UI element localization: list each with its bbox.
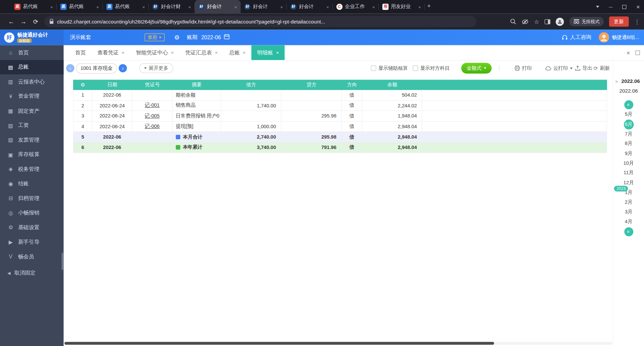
month-item[interactable]: 7月 (613, 129, 644, 139)
sidebar-item-inventory[interactable]: ▣库存核算 (0, 147, 64, 162)
horizontal-scrollbar-thumb[interactable] (64, 342, 494, 345)
voucher-link[interactable]: 记-005 (145, 112, 160, 119)
prev-account-button[interactable]: ‹ (66, 64, 74, 72)
browser-tab[interactable]: C企业工作× (333, 0, 379, 13)
show-aux-checkbox[interactable]: 显示辅助核算 (371, 65, 408, 72)
tab-close-icon[interactable]: × (171, 50, 174, 55)
browser-tab[interactable]: 好好会计× (287, 0, 333, 13)
refresh-button[interactable]: ⟳ 刷新 (593, 65, 610, 72)
browser-tab-active[interactable]: 好好会计× (195, 0, 240, 13)
period-value[interactable]: 2022-06 (201, 34, 221, 40)
fullscreen-icon[interactable] (635, 45, 640, 60)
next-account-button[interactable]: › (119, 64, 127, 72)
sidebar-item-settings[interactable]: ⚙基础设置 (0, 220, 64, 235)
page-tab-detail-ledger[interactable]: 明细账× (251, 45, 284, 60)
month-item-active[interactable]: 6月 (613, 119, 644, 129)
year-total-row[interactable]: 6 2022-06 本年累计 3,740.00 791.96 借 2,948.0… (73, 142, 607, 153)
disabled-badge[interactable]: 禁用 (145, 34, 165, 41)
checkbox[interactable] (413, 65, 418, 71)
month-item[interactable]: 5月 (613, 110, 644, 119)
cloud-print-button[interactable]: 云打印 (545, 65, 573, 72)
page-tab-general-ledger[interactable]: 总账× (223, 45, 251, 60)
sidebar-item-closing[interactable]: ◉结账 (0, 177, 64, 191)
browser-tab[interactable]: 易易代账× (11, 0, 57, 13)
month-total-row[interactable]: 5 2022-06 本月合计 2,740.00 295.98 借 2,948.0… (73, 132, 607, 142)
sidebar-item-payroll[interactable]: ▧工资 (0, 118, 64, 133)
voucher-link[interactable]: 记-006 (145, 123, 160, 130)
col-debit[interactable]: 借方 (221, 80, 281, 90)
tab-close-icon[interactable]: × (96, 4, 99, 9)
tab-close-icon[interactable]: × (326, 4, 329, 9)
expand-more-button[interactable]: 展开更多 (139, 63, 173, 73)
eye-off-icon[interactable] (522, 19, 529, 24)
user-name[interactable]: 畅捷通B组... (612, 34, 639, 41)
voucher-link[interactable]: 记-001 (145, 102, 160, 109)
unpin-sidebar-button[interactable]: ◀取消固定 (7, 269, 36, 277)
tab-list-chevron-icon[interactable] (596, 6, 599, 8)
month-item[interactable]: 3月 (613, 207, 644, 217)
export-button[interactable]: 导出 (575, 65, 592, 72)
table-row[interactable]: 3 2022-06-24 记-005 日常费用报销 用户0 295.98 借 1… (73, 111, 607, 121)
page-tab-voucher-summary[interactable]: 凭证汇总表× (179, 45, 223, 60)
tab-close-icon[interactable]: × (372, 4, 375, 9)
tab-close-icon[interactable]: × (189, 4, 191, 9)
window-close-button[interactable]: × (636, 3, 640, 10)
forward-icon[interactable]: → (17, 18, 30, 25)
month-item[interactable]: 10月 (613, 158, 644, 168)
browser-tab[interactable]: 易易代账× (103, 0, 149, 13)
sidebar-item-funds[interactable]: ¥资金管理 (0, 89, 64, 103)
sidebar-item-guide[interactable]: ▶新手引导 (0, 235, 64, 249)
browser-menu-icon[interactable]: ⋮ (634, 18, 640, 25)
browser-tab[interactable]: 好好会计× (241, 0, 287, 13)
col-summary[interactable]: 摘要 (172, 80, 221, 90)
col-date[interactable]: 日期 (93, 80, 132, 90)
browser-profile-avatar[interactable] (556, 17, 564, 26)
table-row[interactable]: 2 2022-06-24 记-001 销售商品 1,740.00 借 2,244… (73, 100, 607, 111)
col-direction[interactable]: 方向 (342, 80, 362, 90)
tab-close-icon[interactable]: × (121, 50, 124, 55)
sidebar-item-general-ledger[interactable]: ▤总账 (0, 60, 64, 74)
sidebar-item-home[interactable]: ⌂首页 (0, 45, 64, 60)
month-item[interactable]: 8月 (613, 139, 644, 149)
table-row[interactable]: 4 2022-06-24 记-006 提现[预] 1,000.00 借 2,94… (73, 121, 607, 132)
show-counter-checkbox[interactable]: 显示对方科目 (413, 65, 450, 72)
print-button[interactable]: 打印 (515, 65, 532, 72)
sidebar-item-reimburse[interactable]: ◎小畅报销 (0, 206, 64, 220)
page-tab-smart-voucher[interactable]: 智能凭证中心× (130, 45, 179, 60)
sidebar-item-tax[interactable]: ◈税务管理 (0, 162, 64, 176)
new-tab-button[interactable]: + (427, 2, 431, 9)
account-set-name[interactable]: 演示账套 (70, 34, 91, 41)
search-icon[interactable] (510, 18, 516, 24)
tab-close-icon[interactable]: × (234, 4, 237, 9)
settings-gear-icon[interactable]: ⚙ (174, 34, 179, 41)
sidebar-item-archive[interactable]: ⊟归档管理 (0, 191, 64, 205)
sidebar-item-cloud-reports[interactable]: ▥云报表中心 (0, 75, 64, 89)
tab-close-icon[interactable]: × (243, 50, 246, 55)
support-link[interactable]: 人工咨询 (562, 34, 591, 41)
user-avatar[interactable] (599, 32, 609, 43)
month-item[interactable]: 4月 (613, 217, 644, 227)
column-settings-gear-icon[interactable]: ⚙ (73, 80, 93, 90)
sidebar-scrollbar[interactable] (62, 253, 63, 270)
scroll-months-up-button[interactable]: « (624, 100, 633, 109)
update-button[interactable]: 更新 (609, 16, 629, 27)
url-field[interactable]: cloud2.chanjet.com/accounting/uh26t264j5… (44, 16, 476, 27)
browser-tab[interactable]: 用用友好业× (379, 0, 425, 13)
col-voucher[interactable]: 凭证号 (132, 80, 172, 90)
browser-tab[interactable]: 好好会计财× (149, 0, 195, 13)
tab-close-icon[interactable]: × (142, 4, 145, 9)
table-row[interactable]: 1 2022-06 期初余额 借 504.02 (73, 90, 607, 100)
tab-close-icon[interactable]: × (418, 4, 421, 9)
checkbox[interactable] (371, 65, 376, 71)
tab-close-icon[interactable]: × (280, 4, 283, 9)
minimize-button[interactable]: ─ (609, 4, 612, 10)
col-credit[interactable]: 贷方 (281, 80, 342, 90)
scroll-months-down-button[interactable]: » (624, 227, 633, 236)
tab-close-icon[interactable]: × (276, 50, 279, 55)
amount-style-button[interactable]: 金额式 (461, 63, 492, 73)
bookmark-star-icon[interactable]: ☆ (534, 18, 539, 25)
col-balance[interactable]: 余额 (362, 80, 422, 90)
browser-tab[interactable]: 易易代账× (57, 0, 103, 13)
calendar-icon[interactable] (224, 34, 229, 41)
page-tab-home[interactable]: 首页 (69, 45, 92, 60)
